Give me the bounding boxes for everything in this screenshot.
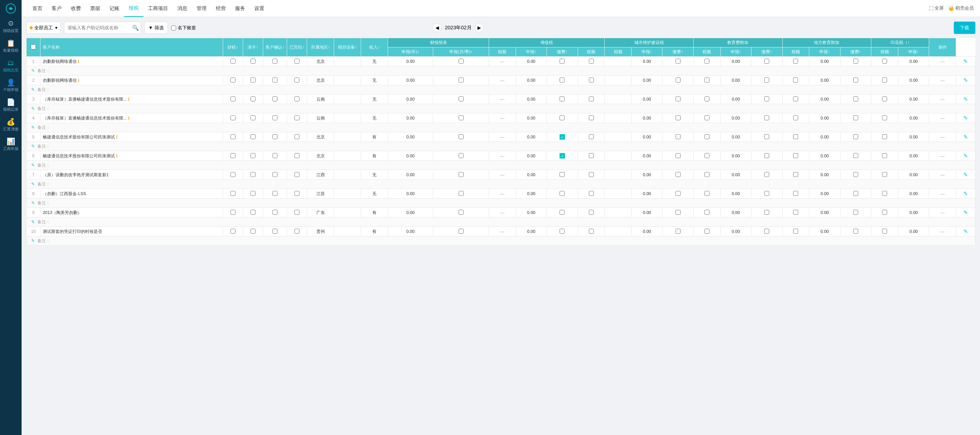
- vatpay-cb-8[interactable]: [589, 210, 594, 215]
- row-vat-pay-0[interactable]: [578, 57, 605, 66]
- citydec-cb-7[interactable]: [676, 191, 681, 196]
- row-clear-6[interactable]: [243, 170, 263, 180]
- row-copy-5[interactable]: [223, 151, 243, 161]
- done-checkbox-9[interactable]: [294, 229, 299, 234]
- row-localedu-pay-9[interactable]: [871, 227, 898, 236]
- row-city-dec-3[interactable]: [662, 113, 694, 123]
- row-done-0[interactable]: [287, 57, 307, 66]
- row-vat-dec-8[interactable]: [547, 208, 578, 218]
- row-done-2[interactable]: [287, 94, 307, 104]
- copy-checkbox-4[interactable]: [230, 134, 235, 139]
- row-localedu-pay-8[interactable]: [871, 208, 898, 218]
- clear-checkbox-0[interactable]: [250, 59, 256, 64]
- row-clear-4[interactable]: [243, 132, 263, 142]
- sidebar-item-tax-settings[interactable]: ⚙ 报税设置: [0, 17, 22, 37]
- nav-accounting[interactable]: 记账: [105, 0, 124, 17]
- edupay-cb-6[interactable]: [793, 172, 798, 177]
- row-confirm-4[interactable]: [263, 132, 287, 142]
- row-edu-dec-2[interactable]: [751, 94, 783, 104]
- row-city-dec-9[interactable]: [662, 227, 694, 236]
- row-confirm-7[interactable]: [263, 189, 287, 199]
- th-client-confirm[interactable]: 客户确认↑: [263, 38, 287, 57]
- row-edu-pay-0[interactable]: [782, 57, 809, 66]
- edudec-cb-8[interactable]: [764, 210, 769, 215]
- row-edu-dec-1[interactable]: [751, 76, 783, 85]
- row-actions-1[interactable]: ✎: [956, 76, 975, 85]
- row-copy-1[interactable]: [223, 76, 243, 85]
- nav-billing[interactable]: 收费: [66, 0, 86, 17]
- sidebar-item-annual-report[interactable]: 📊 工商年报: [0, 135, 22, 155]
- row-annual-7[interactable]: [433, 189, 489, 199]
- annual-cb-2[interactable]: [459, 96, 464, 101]
- row-vat-pay-1[interactable]: [578, 76, 605, 85]
- row-localedu-dec-5[interactable]: [840, 151, 871, 161]
- annual-cb-6[interactable]: [459, 172, 464, 177]
- clear-checkbox-9[interactable]: [250, 229, 256, 234]
- row-copy-2[interactable]: [223, 94, 243, 104]
- clear-checkbox-8[interactable]: [250, 210, 256, 215]
- vatpay-cb-5[interactable]: [589, 153, 594, 158]
- clear-checkbox-5[interactable]: [250, 153, 256, 158]
- edudec-cb-4[interactable]: [764, 134, 769, 139]
- copy-checkbox-3[interactable]: [230, 115, 235, 120]
- confirm-checkbox-0[interactable]: [272, 59, 277, 64]
- copy-checkbox-1[interactable]: [230, 78, 235, 83]
- search-input[interactable]: [64, 22, 141, 34]
- row-city-pay-9[interactable]: [694, 227, 721, 236]
- done-checkbox-5[interactable]: [294, 153, 299, 158]
- citypay-cb-4[interactable]: [704, 134, 709, 139]
- sidebar-item-tax-record[interactable]: 📄 报税记录: [0, 96, 22, 115]
- citydec-cb-0[interactable]: [676, 59, 681, 64]
- edudec-cb-2[interactable]: [764, 96, 769, 101]
- row-localedu-dec-0[interactable]: [840, 57, 871, 66]
- row-localedu-dec-4[interactable]: [840, 132, 871, 142]
- nav-operation[interactable]: 经营: [211, 0, 230, 17]
- clear-checkbox-2[interactable]: [250, 96, 256, 101]
- th-edu-declare[interactable]: 申报↑: [720, 47, 751, 57]
- row-annual-8[interactable]: [433, 208, 489, 218]
- th-localedu-pay[interactable]: 缴费↑: [840, 47, 871, 57]
- localedupay-cb-9[interactable]: [882, 229, 887, 234]
- row-localedu-pay-1[interactable]: [871, 76, 898, 85]
- row-confirm-1[interactable]: [263, 76, 287, 85]
- confirm-checkbox-5[interactable]: [272, 153, 277, 158]
- citypay-cb-6[interactable]: [704, 172, 709, 177]
- done-checkbox-2[interactable]: [294, 96, 299, 101]
- edit-note-icon-3[interactable]: ✎: [31, 125, 35, 130]
- annual-cb-3[interactable]: [459, 115, 464, 120]
- row-edu-pay-5[interactable]: [782, 151, 809, 161]
- row-city-dec-1[interactable]: [662, 76, 694, 85]
- row-localedu-dec-1[interactable]: [840, 76, 871, 85]
- row-vat-dec-6[interactable]: [547, 170, 578, 180]
- citydec-cb-2[interactable]: [676, 96, 681, 101]
- th-city-pay[interactable]: 缴费↑: [662, 47, 694, 57]
- citypay-cb-3[interactable]: [704, 115, 709, 120]
- row-city-dec-6[interactable]: [662, 170, 694, 180]
- nav-client[interactable]: 客户: [47, 0, 66, 17]
- row-annual-3[interactable]: [433, 113, 489, 123]
- row-edu-pay-1[interactable]: [782, 76, 809, 85]
- edupay-cb-4[interactable]: [793, 134, 798, 139]
- annual-cb-7[interactable]: [459, 191, 464, 196]
- edit-icon-7[interactable]: ✎: [963, 191, 968, 197]
- row-city-pay-0[interactable]: [694, 57, 721, 66]
- row-actions-9[interactable]: ✎: [956, 227, 975, 236]
- row-edu-dec-7[interactable]: [751, 189, 783, 199]
- th-tax-device[interactable]: 税控设备↑: [334, 38, 361, 57]
- vatpay-cb-1[interactable]: [589, 78, 594, 83]
- edit-icon-5[interactable]: ✎: [963, 153, 968, 159]
- filter-button[interactable]: ▼ 筛选: [144, 22, 168, 34]
- edupay-cb-9[interactable]: [793, 229, 798, 234]
- done-checkbox-0[interactable]: [294, 59, 299, 64]
- row-edu-dec-3[interactable]: [751, 113, 783, 123]
- localedudec-cb-8[interactable]: [853, 210, 858, 215]
- row-copy-3[interactable]: [223, 113, 243, 123]
- row-vat-dec-5[interactable]: ✓: [547, 151, 578, 161]
- row-vat-pay-7[interactable]: [578, 189, 605, 199]
- row-annual-6[interactable]: [433, 170, 489, 180]
- row-city-pay-7[interactable]: [694, 189, 721, 199]
- th-vat-pay[interactable]: 缴费↑: [547, 47, 578, 57]
- row-actions-4[interactable]: ✎: [956, 132, 975, 142]
- clear-checkbox-6[interactable]: [250, 172, 256, 177]
- employee-filter-select[interactable]: 全部员工 ▾: [26, 22, 61, 34]
